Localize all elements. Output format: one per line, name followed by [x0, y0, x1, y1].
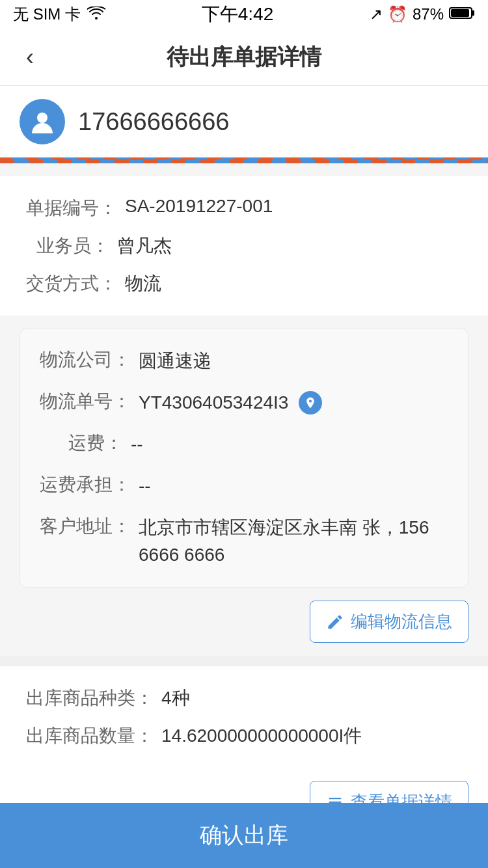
logistics-company-row: 物流公司： 圆通速递 [40, 347, 448, 375]
logistics-company-label: 物流公司： [40, 347, 139, 372]
freight-bear-value: -- [139, 472, 448, 500]
page-title: 待出库单据详情 [167, 42, 321, 72]
product-type-label: 出库商品种类： [26, 686, 161, 711]
delivery-label: 交货方式： [26, 271, 125, 296]
carrier-label: 无 SIM 卡 [13, 4, 81, 25]
status-left: 无 SIM 卡 [13, 4, 105, 25]
svg-rect-1 [472, 10, 474, 16]
location-status-icon: ↗ [370, 5, 383, 23]
logistics-company-value: 圆通速递 [139, 347, 448, 375]
customer-header: 17666666666 [0, 86, 488, 159]
track-location-button[interactable] [299, 391, 322, 414]
product-qty-value: 14.620000000000000I件 [161, 724, 462, 748]
product-qty-row: 出库商品数量： 14.620000000000000I件 [26, 724, 462, 748]
edit-logistics-button[interactable]: 编辑物流信息 [310, 601, 468, 643]
delivery-value: 物流 [125, 271, 462, 296]
edit-logistics-btn-container: 编辑物流信息 [0, 601, 488, 656]
product-section: 出库商品种类： 4种 出库商品数量： 14.620000000000000I件 [0, 666, 488, 768]
avatar [20, 99, 65, 144]
product-qty-label: 出库商品数量： [26, 724, 161, 748]
wifi-icon [87, 5, 105, 23]
freight-row: 运费： -- [40, 431, 448, 458]
product-type-row: 出库商品种类： 4种 [26, 686, 462, 711]
address-label: 客户地址： [40, 514, 139, 539]
freight-value: -- [131, 431, 448, 458]
status-bar: 无 SIM 卡 下午4:42 ↗ ⏰ 87% [0, 0, 488, 29]
edit-logistics-label: 编辑物流信息 [351, 610, 452, 633]
document-no-value: SA-20191227-001 [125, 196, 462, 217]
document-no-label: 单据编号： [26, 196, 125, 221]
section-divider [0, 656, 488, 666]
logistics-tracking-row: 物流单号： YT43064053424I3 [40, 389, 448, 416]
freight-label: 运费： [40, 431, 131, 455]
confirm-button-label: 确认出库 [200, 821, 288, 850]
agent-row: 业务员： 曾凡杰 [26, 234, 462, 258]
customer-phone: 17666666666 [78, 108, 229, 136]
agent-value: 曾凡杰 [117, 234, 462, 258]
agent-label: 业务员： [26, 234, 117, 258]
nav-bar: ‹ 待出库单据详情 [0, 29, 488, 86]
basic-info-section: 单据编号： SA-20191227-001 业务员： 曾凡杰 交货方式： 物流 [0, 176, 488, 316]
document-no-row: 单据编号： SA-20191227-001 [26, 196, 462, 221]
status-right: ↗ ⏰ 87% [370, 5, 475, 23]
battery-label: 87% [413, 5, 444, 23]
delivery-row: 交货方式： 物流 [26, 271, 462, 296]
svg-rect-2 [451, 9, 469, 17]
alarm-icon: ⏰ [388, 5, 407, 23]
address-row: 客户地址： 北京市市辖区海淀区永丰南 张，156 6666 6666 [40, 514, 448, 569]
logistics-tracking-value: YT43064053424I3 [139, 389, 448, 416]
status-time: 下午4:42 [202, 2, 274, 27]
product-type-value: 4种 [161, 686, 462, 711]
freight-bear-row: 运费承担： -- [40, 472, 448, 500]
battery-icon [449, 5, 475, 23]
logistics-card: 物流公司： 圆通速递 物流单号： YT43064053424I3 运费： -- … [20, 329, 468, 588]
logistics-tracking-label: 物流单号： [40, 389, 139, 414]
confirm-bar[interactable]: 确认出库 [0, 803, 488, 868]
address-value: 北京市市辖区海淀区永丰南 张，156 6666 6666 [139, 514, 448, 569]
color-divider [0, 159, 488, 163]
svg-point-3 [37, 113, 47, 123]
back-button[interactable]: ‹ [20, 37, 40, 77]
freight-bear-label: 运费承担： [40, 472, 139, 497]
